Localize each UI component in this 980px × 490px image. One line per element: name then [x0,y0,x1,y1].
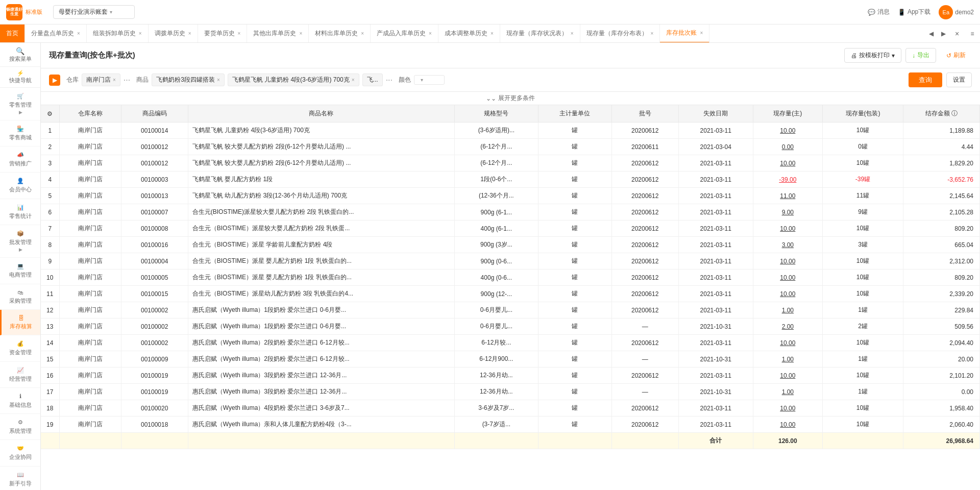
tab-diaobao[interactable]: 调拨单历史 × [149,24,198,43]
xiancun1-close-icon[interactable]: × [571,31,574,36]
sidebar-item-ecommerce[interactable]: 💻 电商管理 [0,258,40,284]
refresh-btn[interactable]: ↺ 刷新 [940,48,972,62]
product-tag-2[interactable]: 飞鹤星飞帆 儿童奶粉 4段(3-6岁适用) 700克 × [228,74,359,86]
diaobao-close-icon[interactable]: × [188,31,191,36]
nav-left-btn[interactable]: ◀ [925,24,937,43]
sidebar-item-wholesale[interactable]: 📦 批发管理 ▶ [0,225,40,258]
row-unit: 罐 [538,172,611,188]
sidebar-item-marketing[interactable]: 📣 营销推广 [0,146,40,173]
row-qty[interactable]: 10.00 [753,368,822,384]
row-qty[interactable]: 10.00 [753,122,822,139]
chengben-close-icon[interactable]: × [491,31,494,36]
tab-home[interactable]: 首页 [0,24,25,43]
sidebar-item-system[interactable]: ⚙ 系统管理 [0,414,40,440]
expand-more-bar[interactable]: ⌄⌄ 展开更多条件 [41,92,980,105]
yaohuo-close-icon[interactable]: × [238,31,241,36]
tab-xiancun2[interactable]: 现存量（库存分布表） × [580,24,660,43]
row-qty[interactable]: 10.00 [753,286,822,302]
row-qty[interactable]: 1.00 [753,384,822,400]
row-qty[interactable]: 10.00 [753,400,822,416]
logo-text-sub: 标准版 [26,9,42,15]
sidebar-item-retail-shop[interactable]: 🏪 零售商城 [0,120,40,146]
export-btn[interactable]: ↓ 导出 [905,48,936,63]
sidebar-item-finance[interactable]: 💰 资金管理 [0,335,40,361]
sidebar-item-inventory[interactable]: 🗄 库存核算 [0,310,40,335]
kucun-pici-close-icon[interactable]: × [700,30,703,36]
product-tag-1[interactable]: 飞鹤奶粉3段四罐搭装 × [152,74,225,86]
nav-close-all-btn[interactable]: × [949,24,965,43]
message-btn[interactable]: 💬 消息 [868,8,890,16]
warehouse-tag-close-icon[interactable]: × [113,77,116,83]
tab-fenliang[interactable]: 分量盘点单历史 × [25,24,87,43]
row-qty[interactable]: 2.00 [753,318,822,335]
tab-yaohuo[interactable]: 要货单历史 × [198,24,248,43]
sidebar-item-operations[interactable]: 📈 经营管理 [0,362,40,388]
summary-amount: 26,968.64 [903,433,980,449]
row-qty[interactable]: 1.00 [753,351,822,368]
row-qty[interactable]: -39.00 [753,172,822,188]
sidebar-item-collab[interactable]: 🤝 企业协同 [0,440,40,466]
row-qty[interactable]: 11.00 [753,188,822,204]
sidebar-item-guide[interactable]: 📖 新手引导 [0,467,40,490]
app-download-btn[interactable]: 📱 App下载 [898,8,930,16]
marketing-icon: 📣 [17,152,24,158]
sidebar-item-basics[interactable]: ℹ 基础信息 [0,388,40,414]
product-more-icon[interactable]: ··· [386,76,393,85]
tab-chengben[interactable]: 成本调整单历史 × [438,24,500,43]
sidebar-item-retail-mgmt[interactable]: 🛒 零售管理 ▶ [0,88,40,120]
row-qty[interactable]: 10.00 [753,220,822,237]
cailiao-close-icon[interactable]: × [361,31,364,36]
product-tag2-close-icon[interactable]: × [352,77,355,83]
row-index: 15 [41,351,59,368]
filter-expand-btn[interactable]: ▶ [49,75,60,86]
row-qty[interactable]: 10.00 [753,155,822,172]
tab-xiancun1[interactable]: 现存量（库存状况表） × [500,24,580,43]
row-spec: 6-12月900... [454,351,538,368]
row-qty[interactable]: 3.00 [753,237,822,253]
summary-row: 合计 126.00 26,968.64 [41,433,980,449]
row-expire: 2021-03-11 [678,155,753,172]
row-amount: 20.00 [903,351,980,368]
tab-zuzhuang[interactable]: 组装拆卸单历史 × [87,24,149,43]
xiancun2-close-icon[interactable]: × [651,31,654,36]
row-qty[interactable]: 10.00 [753,416,822,433]
user-avatar-btn[interactable]: Ea demo2 [939,5,974,19]
row-qty[interactable]: 9.00 [753,204,822,220]
warehouse-more-icon[interactable]: ··· [124,76,130,85]
sidebar-item-quick[interactable]: ⚡ 快捷导航 [0,67,40,87]
row-index: 14 [41,335,59,351]
company-selector[interactable]: 母婴行业演示账套 ▾ [53,5,135,19]
zuzhuang-close-icon[interactable]: × [139,31,142,36]
product-tag-more[interactable]: 飞... [362,74,383,86]
sidebar-item-purchase[interactable]: 🛍 采购管理 [0,284,40,310]
product-tag1-close-icon[interactable]: × [217,77,220,83]
chancheng-close-icon[interactable]: × [429,31,432,36]
row-unit: 罐 [538,368,611,384]
app-icon: 📱 [898,9,905,16]
sidebar-item-retail-stats[interactable]: 📊 零售统计 [0,199,40,225]
system-icon: ⚙ [18,419,23,426]
row-name: 飞鹤星飞帆 婴儿配方奶粉 1段 [188,172,454,188]
tab-chancheng[interactable]: 产成品入库单历史 × [371,24,438,43]
nav-menu-btn[interactable]: ≡ [965,24,980,43]
warehouse-tag[interactable]: 南岸门店 × [82,74,120,86]
row-qty[interactable]: 1.00 [753,302,822,318]
nav-right-btn[interactable]: ▶ [937,24,949,43]
fenliang-close-icon[interactable]: × [77,31,80,36]
tab-cailiao[interactable]: 材料出库单历史 × [309,24,371,43]
print-btn[interactable]: 🖨 按模板打印 ▾ [844,48,901,63]
row-qty[interactable]: 10.00 [753,253,822,270]
sidebar-item-member[interactable]: 👤 会员中心 [0,173,40,199]
row-qty[interactable]: 10.00 [753,335,822,351]
color-select[interactable]: ▾ [414,75,445,85]
qita-close-icon[interactable]: × [299,31,302,36]
row-expire: 2021-03-11 [678,270,753,286]
row-qty[interactable]: 10.00 [753,270,822,286]
tab-kucun-pici[interactable]: 库存批次账 × [660,24,709,43]
tab-qita[interactable]: 其他出库单历史 × [247,24,309,43]
row-name: 惠氏启赋（Wyeth illuma）2段奶粉 爱尔兰进口 6-12月较... [188,335,454,351]
row-qty[interactable]: 0.00 [753,139,822,155]
sidebar-item-search[interactable]: 🔍 搜索菜单 [0,43,40,67]
query-btn[interactable]: 查询 [909,72,942,87]
setting-btn[interactable]: 设置 [946,72,972,87]
